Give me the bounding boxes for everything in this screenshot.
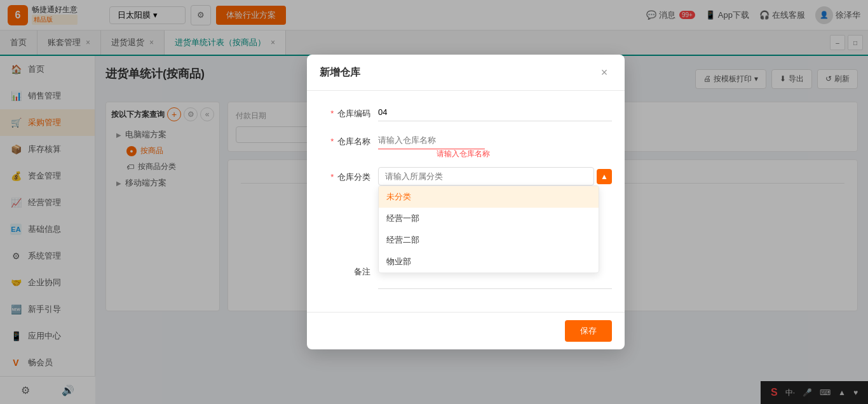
modal-header: 新增仓库 ×	[307, 55, 625, 91]
modal-footer: 保存	[307, 312, 625, 349]
warehouse-category-label: * 仓库分类	[320, 167, 370, 183]
dropdown-option-dept2[interactable]: 经营二部	[379, 229, 599, 251]
category-dropdown-arrow[interactable]: ▲	[597, 169, 612, 184]
dropdown-option-dept1[interactable]: 经营一部	[379, 208, 599, 229]
category-dropdown-list: 未分类 经营一部 经营二部 物业部	[378, 185, 599, 273]
warehouse-name-input[interactable]	[378, 131, 485, 149]
new-warehouse-modal: 新增仓库 × * 仓库编码 * 仓库名称 请输入仓库名称 *	[307, 55, 625, 349]
save-button[interactable]: 保存	[565, 320, 612, 342]
modal-close-button[interactable]: ×	[597, 65, 612, 80]
modal-body: * 仓库编码 * 仓库名称 请输入仓库名称 * 仓库分类 ▲	[307, 91, 625, 312]
warehouse-remark-label: 备注	[320, 262, 370, 278]
warehouse-name-error-msg: 请输入仓库名称	[437, 149, 490, 159]
warehouse-name-label: * 仓库名称	[320, 131, 370, 147]
dropdown-option-property[interactable]: 物业部	[379, 251, 599, 273]
required-star-name: *	[330, 137, 334, 146]
warehouse-category-input[interactable]	[378, 167, 594, 185]
warehouse-name-group: * 仓库名称 请输入仓库名称	[320, 131, 612, 149]
warehouse-code-group: * 仓库编码	[320, 104, 612, 121]
warehouse-name-input-box: 请输入仓库名称	[378, 131, 612, 149]
warehouse-code-label: * 仓库编码	[320, 104, 370, 119]
modal-title: 新增仓库	[320, 66, 360, 79]
dropdown-option-unclassified[interactable]: 未分类	[379, 186, 599, 208]
warehouse-category-group: * 仓库分类 ▲ 未分类 经营一部 经营二部 物业部	[320, 167, 612, 185]
warehouse-code-input[interactable]	[378, 104, 612, 121]
required-star-code: *	[330, 109, 334, 118]
required-star-category: *	[330, 172, 334, 182]
